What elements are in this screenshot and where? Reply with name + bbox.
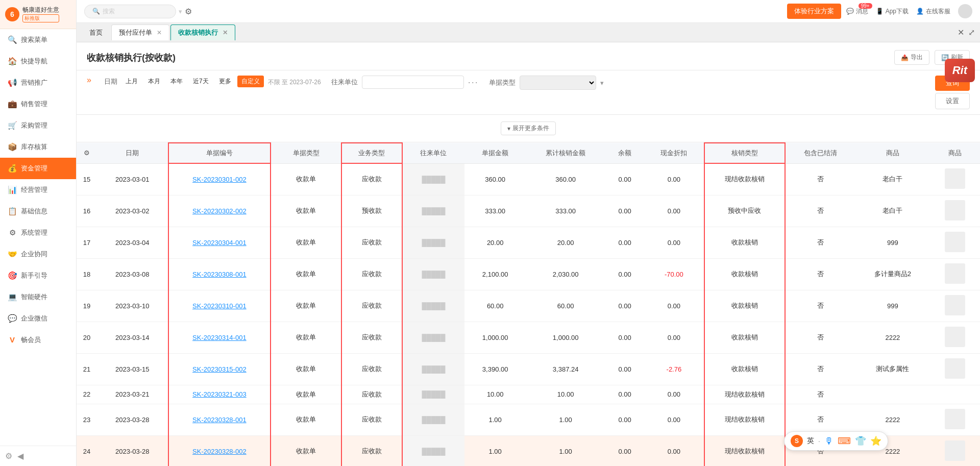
th-writeoff[interactable]: 累计核销金额 xyxy=(526,143,605,163)
shirt-icon[interactable]: 👕 xyxy=(855,435,866,447)
doc-no-link[interactable]: SK-20230321-003 xyxy=(192,390,247,398)
chevron-down-icon[interactable]: ▾ xyxy=(179,8,182,15)
th-partner[interactable]: 往来单位 xyxy=(402,143,464,163)
cell-included: 否 xyxy=(785,290,855,322)
data-table: ⚙ 日期 单据编号 单据类型 业务类型 往来单位 单据金额 累计核销金额 余额 … xyxy=(77,142,980,466)
cell-product1: 999 xyxy=(855,227,930,258)
gear-icon[interactable]: ⚙ xyxy=(185,7,192,16)
doc-type-select[interactable] xyxy=(520,76,596,90)
app-download-button[interactable]: 📱 App下载 xyxy=(876,7,909,16)
date-btn-last-month[interactable]: 上月 xyxy=(121,76,142,87)
sidebar-item-member[interactable]: V 畅会员 xyxy=(0,329,76,351)
table-row: 21 2023-03-15 SK-20230315-002 收款单 应收款 ██… xyxy=(77,353,980,385)
sidebar-item-operation[interactable]: 📊 经营管理 xyxy=(0,179,76,201)
home-nav-icon: 🏠 xyxy=(8,57,17,66)
date-btn-custom[interactable]: 自定义 xyxy=(237,76,264,87)
doc-no-link[interactable]: SK-20230308-001 xyxy=(192,271,247,278)
doc-no-link[interactable]: SK-20230328-001 xyxy=(192,416,247,424)
solution-button[interactable]: 体验行业方案 xyxy=(787,4,841,19)
search-box[interactable]: 🔍 搜索 xyxy=(84,5,176,18)
sidebar-item-quicknav[interactable]: 🏠 快捷导航 xyxy=(0,51,76,72)
message-button[interactable]: 💬 消息 99+ xyxy=(846,7,868,16)
more-options-icon[interactable]: ··· xyxy=(468,77,479,88)
th-doc-no[interactable]: 单据编号 xyxy=(168,143,271,163)
hardware-nav-icon: 💻 xyxy=(8,292,17,302)
th-included[interactable]: 包含已结清 xyxy=(785,143,855,163)
doc-no-link[interactable]: SK-20230301-002 xyxy=(192,176,247,183)
microphone-icon[interactable]: 🎙 xyxy=(824,436,834,447)
filter-toggle-icon[interactable]: » xyxy=(87,76,91,85)
cell-amount: 10.00 xyxy=(464,385,526,404)
cell-included: 否 xyxy=(785,322,855,353)
settings-button[interactable]: 设置 xyxy=(935,93,970,109)
keyboard-icon[interactable]: ⌨ xyxy=(838,435,851,447)
cell-balance: 0.00 xyxy=(605,385,644,404)
doc-no-link[interactable]: SK-20230310-001 xyxy=(192,302,247,310)
sidebar-item-enterprise[interactable]: 🤝 企业协同 xyxy=(0,243,76,265)
date-buttons: 上月 本月 本年 近7天 更多 自定义 xyxy=(121,76,264,87)
cell-date: 2023-03-01 xyxy=(97,163,168,195)
cell-date: 2023-03-08 xyxy=(97,258,168,290)
tab-home[interactable]: 首页 xyxy=(82,24,110,40)
cell-partner: █████ xyxy=(402,322,464,353)
cell-partner: █████ xyxy=(402,435,464,466)
export-button[interactable]: 📤 导出 xyxy=(894,50,929,65)
cell-writeoff: 10.00 xyxy=(526,385,605,404)
sidebar-item-search[interactable]: 🔍 搜索菜单 xyxy=(0,29,76,51)
th-settings[interactable]: ⚙ xyxy=(77,143,97,163)
th-discount[interactable]: 现金折扣 xyxy=(644,143,704,163)
cell-partner: █████ xyxy=(402,227,464,258)
expand-more-button[interactable]: ▾ 展开更多条件 xyxy=(501,121,556,135)
th-amount[interactable]: 单据金额 xyxy=(464,143,526,163)
date-btn-7days[interactable]: 近7天 xyxy=(189,76,213,87)
sidebar-item-wechat[interactable]: 💬 企业微信 xyxy=(0,308,76,329)
star-icon[interactable]: ⭐ xyxy=(870,435,881,447)
sidebar-item-hardware[interactable]: 💻 智能硬件 xyxy=(0,286,76,308)
doc-no-link[interactable]: SK-20230314-001 xyxy=(192,334,247,341)
sidebar-item-guide[interactable]: 🎯 新手引导 xyxy=(0,265,76,286)
cell-no: 16 xyxy=(77,195,97,227)
expand-row: ▾ 展开更多条件 xyxy=(77,115,980,142)
th-date[interactable]: 日期 xyxy=(97,143,168,163)
th-product1[interactable]: 商品 xyxy=(855,143,930,163)
expand-tab-button[interactable]: ⤢ xyxy=(968,28,975,37)
online-service-button[interactable]: 👤 在线客服 xyxy=(916,7,950,16)
th-product2[interactable]: 商品 xyxy=(930,143,980,163)
sidebar-item-marketing[interactable]: 📢 营销推广 xyxy=(0,72,76,93)
date-btn-more[interactable]: 更多 xyxy=(215,76,235,87)
doc-no-link[interactable]: SK-20230302-002 xyxy=(192,207,247,215)
sidebar-item-sales[interactable]: 💼 销售管理 xyxy=(0,93,76,115)
tab-prepay-close[interactable]: ✕ xyxy=(157,29,162,36)
th-doc-type[interactable]: 单据类型 xyxy=(271,143,341,163)
settings-icon[interactable]: ⚙ xyxy=(5,451,12,461)
cell-writeoff-type: 收款核销 xyxy=(704,290,786,322)
user-avatar[interactable] xyxy=(958,4,972,18)
cell-balance: 0.00 xyxy=(605,435,644,466)
close-tab-button[interactable]: ✕ xyxy=(958,28,964,37)
th-biz-type[interactable]: 业务类型 xyxy=(341,143,402,163)
sidebar-label-quicknav: 快捷导航 xyxy=(21,57,47,66)
doc-no-link[interactable]: SK-20230328-002 xyxy=(192,448,247,455)
date-btn-this-month[interactable]: 本月 xyxy=(144,76,164,87)
sidebar-item-capital[interactable]: 💰 资金管理 xyxy=(0,158,76,179)
tab-collection[interactable]: 收款核销执行 ✕ xyxy=(170,24,235,40)
sidebar-item-inventory[interactable]: 📦 库存核算 xyxy=(0,136,76,158)
sidebar-item-basic[interactable]: 📋 基础信息 xyxy=(0,201,76,222)
online-service-label: 在线客服 xyxy=(926,7,950,16)
cell-doc-no: SK-20230308-001 xyxy=(168,258,271,290)
date-btn-this-year[interactable]: 本年 xyxy=(166,76,187,87)
cell-product2 xyxy=(930,385,980,404)
collapse-icon[interactable]: ◀ xyxy=(17,451,23,461)
doc-no-link[interactable]: SK-20230315-002 xyxy=(192,365,247,373)
sidebar-label-marketing: 营销推广 xyxy=(21,78,47,87)
tab-prepay[interactable]: 预付应付单 ✕ xyxy=(111,24,169,40)
th-writeoff-type[interactable]: 核销类型 xyxy=(704,143,786,163)
doc-no-link[interactable]: SK-20230304-001 xyxy=(192,239,247,247)
sidebar-item-system[interactable]: ⚙ 系统管理 xyxy=(0,222,76,243)
sidebar-item-purchase[interactable]: 🛒 采购管理 xyxy=(0,115,76,136)
th-balance[interactable]: 余额 xyxy=(605,143,644,163)
tab-collection-close[interactable]: ✕ xyxy=(223,29,228,36)
cell-discount: 0.00 xyxy=(644,227,704,258)
table-header-row: ⚙ 日期 单据编号 单据类型 业务类型 往来单位 单据金额 累计核销金额 余额 … xyxy=(77,143,980,163)
partner-search-input[interactable] xyxy=(362,76,464,89)
